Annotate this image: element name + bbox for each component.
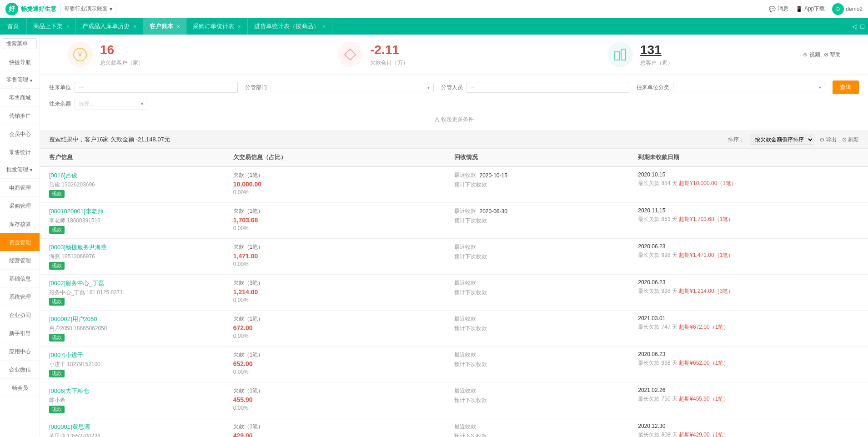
video-btn[interactable]: ⊙ 视频 xyxy=(803,51,820,59)
customer-name-4[interactable]: [000002]用户2050 xyxy=(49,315,233,323)
logo-area: 好 畅捷通好生意 xyxy=(5,3,56,15)
overdue-link-1[interactable]: 超期¥1,703.68（1笔） xyxy=(679,216,733,222)
sidebar-item-quick-nav[interactable]: 快捷导航 xyxy=(0,53,40,71)
app-download-btn[interactable]: 📱 App下载 xyxy=(796,5,825,13)
cell-payment-1: 最近收款 2020-06-30 预计下次收款 xyxy=(454,207,638,225)
customer-tag-6: 现款 xyxy=(49,406,65,413)
refresh-btn[interactable]: ⊙ 刷新 xyxy=(842,136,859,144)
customer-name-6[interactable]: [0006]去下粮仓 xyxy=(49,387,233,395)
debt-amount-3: 1,214.00 xyxy=(233,288,454,296)
overdue-customers-label: 总欠款客户（家） xyxy=(100,59,144,67)
cell-date-4: 2021.03.01 最长欠款 747 天 超期¥672.00（1笔） xyxy=(638,315,859,331)
stat-actions: ⊙ 视频 ⊘ 帮助 xyxy=(803,51,841,59)
search-input[interactable] xyxy=(3,38,37,49)
sidebar-item-enterprise-collab[interactable]: 企业协同 xyxy=(0,306,40,324)
store-selector[interactable]: 母婴行业演示账套 ▾ xyxy=(60,4,116,14)
overdue-link-4[interactable]: 超期¥672.00（1笔） xyxy=(679,324,729,330)
debt-amount-0: 10,000.00 xyxy=(233,181,454,188)
payment-label-6: 最近收款 xyxy=(454,387,476,395)
payment-next-0: 预计下次收款 xyxy=(454,181,638,189)
total-customers-label: 总客户（家） xyxy=(640,59,673,67)
close-icon[interactable]: × xyxy=(133,24,136,29)
sidebar-item-retail-stats[interactable]: 零售统计 xyxy=(0,143,40,161)
sidebar-item-ecommerce[interactable]: 电商管理 xyxy=(0,179,40,197)
sidebar-item-capital[interactable]: 资金管理 xyxy=(0,233,40,251)
sidebar-item-vip[interactable]: 畅会员 xyxy=(0,379,40,397)
debt-amount-2: 1,471.00 xyxy=(233,252,454,260)
sidebar-item-retail-mgmt[interactable]: 零售管理 ▲ xyxy=(0,71,40,89)
overdue-info-1: 最长欠款 853 天 超期¥1,703.68（1笔） xyxy=(638,216,859,223)
tab-purchase-order[interactable]: 采购订单统计表 × xyxy=(186,18,247,35)
cell-date-2: 2020.06.23 最长欠款 998 天 超期¥1,471.00（1笔） xyxy=(638,243,859,259)
customer-name-5[interactable]: [0007]小进干 xyxy=(49,351,233,359)
debt-percent-3: 0.00% xyxy=(233,297,454,303)
customer-tag-2: 现款 xyxy=(49,262,65,270)
sidebar-item-operation[interactable]: 经营管理 xyxy=(0,251,40,270)
filter-person: 分管人员 ··· xyxy=(441,82,630,93)
payment-next-4: 预计下次收款 xyxy=(454,325,638,332)
overdue-link-0[interactable]: 超期¥10,000.00（1笔） xyxy=(679,180,737,186)
sidebar-item-marketing[interactable]: 营销推广 xyxy=(0,107,40,125)
cell-payment-3: 最近收款 预计下次收款 xyxy=(454,279,638,296)
overdue-info-5: 最长欠款 998 天 超期¥652.00（1笔） xyxy=(638,359,859,367)
customer-name-7[interactable]: [000001]黄思源 xyxy=(49,423,233,431)
overdue-link-3[interactable]: 超期¥1,214.00（3笔） xyxy=(679,288,733,294)
search-button[interactable]: 查询 xyxy=(833,80,859,94)
sidebar-item-guide[interactable]: 新手引导 xyxy=(0,324,40,342)
unit-category-input[interactable]: ▾ xyxy=(673,83,825,92)
stat-total-customers: 131 总客户（家） ⊙ 视频 ⊘ 帮助 xyxy=(589,42,859,67)
tab-product-history[interactable]: 产成品入库单历史 × xyxy=(76,18,143,35)
help-btn[interactable]: ⊘ 帮助 xyxy=(824,51,841,59)
overdue-link-2[interactable]: 超期¥1,471.00（1笔） xyxy=(679,252,733,258)
close-icon[interactable]: × xyxy=(323,24,326,29)
sidebar-item-enterprise-wechat[interactable]: 企业微信 xyxy=(0,361,40,379)
tab-purchase-stats[interactable]: 进货单统计表（按商品） × xyxy=(248,18,332,35)
cell-date-0: 2020.10.15 最长欠款 884 天 超期¥10,000.00（1笔） xyxy=(638,171,859,187)
chevron-down-icon: ▲ xyxy=(29,78,33,82)
sidebar-item-inventory[interactable]: 库存核算 xyxy=(0,215,40,233)
sidebar-item-app-center[interactable]: 应用中心 xyxy=(0,342,40,361)
tab-customer-account[interactable]: 客户账本 × xyxy=(143,18,186,35)
sidebar-item-purchase[interactable]: 采购管理 xyxy=(0,197,40,215)
header-right: 💬 消息 📱 App下载 D demo2 xyxy=(769,3,863,15)
balance-input[interactable]: 选择... ▾ xyxy=(75,98,147,110)
debt-amount-6: 455.90 xyxy=(233,396,454,403)
chevron-down-icon: ▾ xyxy=(110,6,112,12)
customer-name-0[interactable]: [0016]吕俊 xyxy=(49,171,233,180)
debt-amount-7: 429.00 xyxy=(233,432,454,437)
chevron-down-icon: ▾ xyxy=(819,85,821,90)
cell-payment-0: 最近收款 2020-10-15 预计下次收款 xyxy=(454,171,638,189)
close-icon[interactable]: × xyxy=(66,24,69,29)
source-unit-dots: ··· xyxy=(79,84,83,90)
overdue-link-7[interactable]: 超期¥429.00（1笔） xyxy=(679,432,729,437)
logo-icon: 好 xyxy=(5,3,18,15)
debt-title-0: 欠款（1笔） xyxy=(233,171,454,179)
user-menu[interactable]: D demo2 xyxy=(832,3,863,15)
close-icon[interactable]: × xyxy=(238,24,241,29)
sidebar-item-member[interactable]: 会员中心 xyxy=(0,125,40,143)
sort-select[interactable]: 按欠款金额倒序排序 xyxy=(750,135,814,145)
sidebar-item-retail-store[interactable]: 零售商城 xyxy=(0,89,40,107)
refresh-icon: ⊙ xyxy=(842,136,847,143)
person-input[interactable]: ··· xyxy=(467,82,630,93)
tab-home[interactable]: 首页 xyxy=(0,18,27,35)
overdue-link-6[interactable]: 超期¥455.90（1笔） xyxy=(679,396,729,402)
customer-name-3[interactable]: [0002]服务中心_丁磊 xyxy=(49,279,233,287)
customer-name-2[interactable]: [0003]畅捷服务尹海燕 xyxy=(49,243,233,251)
sidebar-item-basic-info[interactable]: 基础信息 xyxy=(0,270,40,288)
tab-prev-icon[interactable]: ◁ xyxy=(852,23,857,30)
close-icon[interactable]: × xyxy=(177,24,180,29)
sidebar-item-system[interactable]: 系统管理 xyxy=(0,288,40,306)
dept-input[interactable]: ▾ xyxy=(271,83,434,92)
customer-name-1[interactable]: [0001020001]李老师 xyxy=(49,207,233,216)
export-btn[interactable]: ⊙ 导出 xyxy=(820,136,837,144)
sidebar-item-batch-mgmt[interactable]: 批发管理 ▼ xyxy=(0,161,40,179)
tab-product-list[interactable]: 商品上下架 × xyxy=(27,18,76,35)
tab-next-icon[interactable]: □ xyxy=(861,23,864,30)
messages-btn[interactable]: 💬 消息 xyxy=(769,5,788,13)
collapse-more-btn[interactable]: ⋀ 收起更多条件 xyxy=(49,114,859,125)
overdue-link-5[interactable]: 超期¥652.00（1笔） xyxy=(679,360,729,366)
message-icon: 💬 xyxy=(769,6,776,12)
chevron-down-icon: ▼ xyxy=(29,168,33,172)
source-unit-input[interactable]: ··· xyxy=(75,82,238,93)
